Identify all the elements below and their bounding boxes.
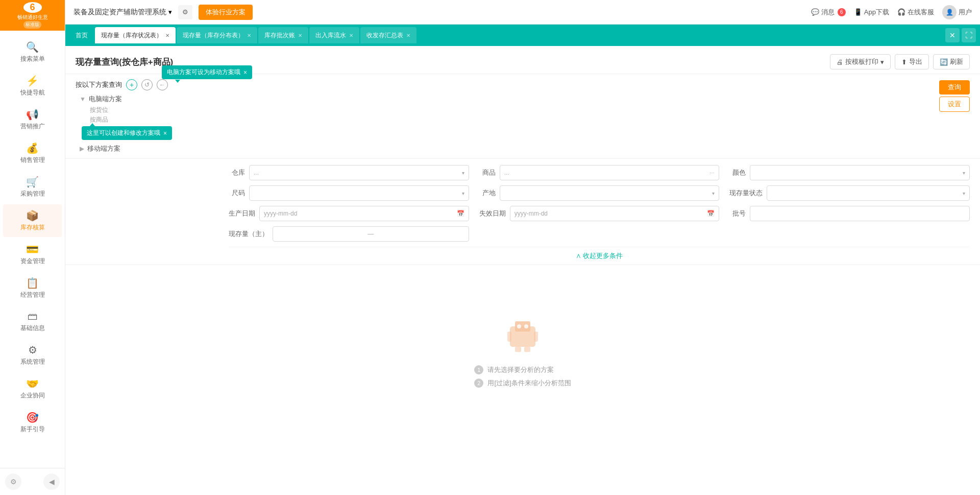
form-item-batch: 批号 bbox=[729, 206, 970, 221]
select-color[interactable]: ▾ bbox=[750, 165, 970, 180]
sidebar-item-basic-info[interactable]: 🗃 基础信息 bbox=[3, 305, 62, 338]
sidebar-item-finance[interactable]: 💳 资金管理 bbox=[3, 238, 62, 271]
sidebar-item-marketing[interactable]: 📢 营销推广 bbox=[3, 103, 62, 136]
form-item-warehouse: 仓库 ... ▾ bbox=[229, 165, 469, 180]
sidebar-item-operations[interactable]: 📋 经营管理 bbox=[3, 272, 62, 304]
step-2-num: 2 bbox=[474, 379, 483, 388]
tooltip1-arrow bbox=[175, 80, 180, 83]
svg-rect-4 bbox=[507, 332, 511, 342]
sidebar-item-enterprise[interactable]: 🤝 企业协同 bbox=[3, 372, 62, 405]
color-dropdown-icon: ▾ bbox=[963, 170, 965, 176]
sidebar-item-quick-nav[interactable]: ⚡ 快捷导航 bbox=[3, 69, 62, 102]
select-warehouse[interactable]: ... ▾ bbox=[249, 165, 469, 180]
sales-icon: 💰 bbox=[26, 142, 39, 154]
tab-close-inventory-dist[interactable]: ✕ bbox=[247, 33, 251, 38]
app-download-action[interactable]: 📱 App下载 bbox=[854, 8, 889, 17]
tab-close-all-btn[interactable]: ✕ bbox=[945, 28, 960, 42]
product-dropdown-icon: ⋯ bbox=[709, 170, 715, 176]
input-batch[interactable] bbox=[750, 206, 970, 221]
sidebar-item-purchase[interactable]: 🛒 采购管理 bbox=[3, 171, 62, 203]
form-item-exp-date: 失效日期 yyyy-mm-dd 📅 bbox=[479, 206, 720, 221]
logo-badge: 标准版 bbox=[23, 21, 41, 29]
tooltip1: 电脑方案可设为移动方案哦 × bbox=[162, 65, 252, 79]
svg-rect-6 bbox=[515, 347, 521, 352]
page-title: 现存量查询(按仓库+商品) bbox=[76, 56, 173, 68]
logo-text: 畅销通好生意 bbox=[17, 14, 48, 21]
system-title: 装备及固定资产辅助管理系统 bbox=[74, 8, 166, 17]
label-origin: 产地 bbox=[479, 188, 496, 198]
tooltip1-close[interactable]: × bbox=[243, 69, 247, 76]
select-origin[interactable]: ▾ bbox=[500, 185, 720, 201]
tab-inventory-dist[interactable]: 现存量（库存分布表） ✕ bbox=[177, 27, 257, 43]
tab-close-in-out[interactable]: ✕ bbox=[349, 33, 353, 38]
tab-close-collect-send[interactable]: ✕ bbox=[406, 33, 410, 38]
filter-refresh-btn[interactable]: ↺ bbox=[141, 79, 153, 90]
tab-close-inventory-batch[interactable]: ✕ bbox=[298, 33, 302, 38]
collapse-sidebar-btn[interactable]: ◀ bbox=[43, 474, 60, 490]
header-left: 装备及固定资产辅助管理系统 ▾ ⚙ 体验行业方案 bbox=[74, 5, 253, 20]
message-action[interactable]: 💬 消息 6 bbox=[811, 8, 846, 17]
reset-btn[interactable]: 设置 bbox=[939, 97, 970, 112]
tab-close-inventory-status[interactable]: ✕ bbox=[165, 33, 169, 38]
sidebar-item-guide[interactable]: 🎯 新手引导 bbox=[3, 406, 62, 439]
tab-in-out[interactable]: 出入库流水 ✕ bbox=[309, 27, 359, 43]
query-btn[interactable]: 查询 bbox=[939, 80, 970, 95]
step-1-num: 1 bbox=[474, 365, 483, 374]
pc-scheme-item-2[interactable]: 按商品 bbox=[90, 115, 970, 124]
label-size: 尺码 bbox=[229, 188, 245, 198]
select-product[interactable]: ... ⋯ bbox=[500, 165, 720, 180]
sidebar-item-inventory[interactable]: 📦 库存核算 bbox=[3, 204, 62, 237]
basic-info-icon: 🗃 bbox=[28, 311, 38, 322]
select-status[interactable]: ▾ bbox=[767, 185, 970, 201]
refresh-icon: 🔄 bbox=[940, 58, 948, 66]
select-product-wrapper: ... ⋯ bbox=[500, 165, 720, 180]
date-prod[interactable]: yyyy-mm-dd 📅 bbox=[259, 206, 469, 221]
date-exp[interactable]: yyyy-mm-dd 📅 bbox=[510, 206, 720, 221]
qty-max[interactable] bbox=[376, 230, 464, 238]
status-dropdown-icon: ▾ bbox=[963, 191, 965, 196]
qty-min[interactable] bbox=[277, 230, 365, 238]
top-header: 装备及固定资产辅助管理系统 ▾ ⚙ 体验行业方案 💬 消息 6 📱 App下载 … bbox=[65, 0, 980, 25]
export-btn[interactable]: ⬆ 导出 bbox=[895, 54, 929, 69]
tooltip2-close[interactable]: × bbox=[163, 130, 167, 137]
empty-step-1: 1 请先选择要分析的方案 bbox=[474, 365, 571, 374]
print-btn[interactable]: 🖨 按模板打印 ▾ bbox=[830, 54, 891, 69]
settings-bottom-btn[interactable]: ⚙ bbox=[5, 474, 21, 490]
system-title-dropdown[interactable]: 装备及固定资产辅助管理系统 ▾ bbox=[74, 8, 172, 17]
tab-fullscreen-btn[interactable]: ⛶ bbox=[962, 28, 976, 42]
trial-btn[interactable]: 体验行业方案 bbox=[199, 5, 253, 20]
tab-home[interactable]: 首页 bbox=[69, 27, 94, 43]
online-service-action[interactable]: 🎧 在线客服 bbox=[897, 8, 934, 17]
svg-point-3 bbox=[524, 324, 528, 328]
qty-range[interactable]: — bbox=[273, 226, 469, 242]
sidebar-item-system[interactable]: ⚙ 系统管理 bbox=[3, 339, 62, 371]
purchase-icon: 🛒 bbox=[26, 176, 39, 188]
service-icon: 🎧 bbox=[897, 8, 905, 16]
select-warehouse-wrapper: ... ▾ bbox=[249, 165, 469, 180]
sidebar-item-sales[interactable]: 💰 销售管理 bbox=[3, 137, 62, 170]
form-area: 仓库 ... ▾ 商品 ... ⋯ bbox=[65, 159, 980, 265]
tab-inventory-status[interactable]: 现存量（库存状况表） ✕ bbox=[95, 27, 176, 43]
header-settings-btn[interactable]: ⚙ bbox=[178, 5, 192, 19]
dropdown-icon: ▾ bbox=[168, 8, 172, 16]
marketing-icon: 📢 bbox=[26, 108, 39, 121]
collapse-more-btn[interactable]: ∧ 收起更多条件 bbox=[229, 247, 970, 265]
user-action[interactable]: 👤 用户 bbox=[942, 5, 972, 19]
select-size[interactable]: ▾ bbox=[249, 185, 469, 201]
operations-icon: 📋 bbox=[26, 277, 39, 289]
pc-scheme-item-1[interactable]: 按货位 bbox=[90, 106, 970, 114]
filter-add-btn[interactable]: + bbox=[126, 79, 137, 90]
tab-collect-send[interactable]: 收发存汇总表 ✕ bbox=[360, 27, 416, 43]
filter-arrow-btn[interactable]: ← bbox=[157, 79, 168, 90]
refresh-btn[interactable]: 🔄 刷新 bbox=[933, 54, 970, 69]
mobile-scheme-header: ▶ 移动端方案 bbox=[80, 144, 970, 153]
empty-state: 1 请先选择要分析的方案 2 用[过滤]条件来缩小分析范围 bbox=[65, 265, 980, 429]
search-icon: 🔍 bbox=[26, 41, 39, 53]
tab-bar-right: ✕ ⛶ bbox=[945, 28, 976, 42]
tab-inventory-batch[interactable]: 库存批次账 ✕ bbox=[258, 27, 308, 43]
sidebar-item-search[interactable]: 🔍 搜索菜单 bbox=[3, 36, 62, 68]
form-item-size: 尺码 ▾ bbox=[229, 185, 469, 201]
form-item-product: 商品 ... ⋯ bbox=[479, 165, 720, 180]
header-right: 💬 消息 6 📱 App下载 🎧 在线客服 👤 用户 bbox=[811, 5, 972, 19]
form-item-color: 颜色 ▾ bbox=[729, 165, 970, 180]
